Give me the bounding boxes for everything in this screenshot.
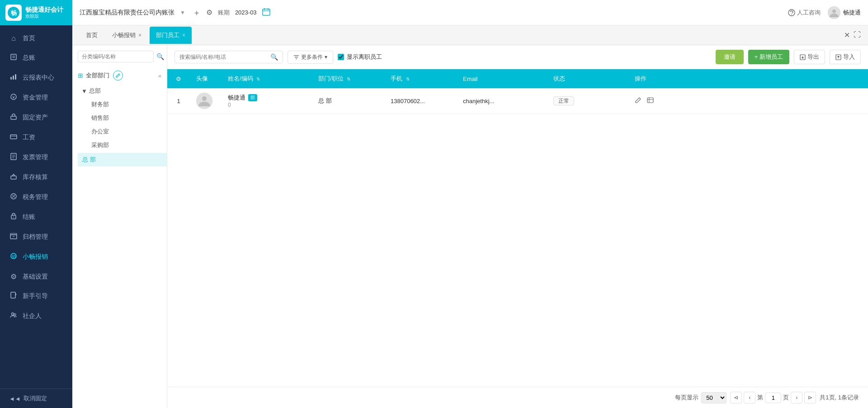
page-number-input[interactable] xyxy=(765,393,781,403)
employee-dept: 总 部 xyxy=(318,97,332,104)
company-settings-icon[interactable]: ⚙ xyxy=(206,8,212,17)
company-dropdown-arrow[interactable]: ▼ xyxy=(180,9,185,16)
sidebar-item-label: 结账 xyxy=(23,213,35,221)
show-resigned-checkbox[interactable] xyxy=(338,54,344,60)
sidebar-item-invoice[interactable]: 发票管理 xyxy=(0,147,72,167)
col-name[interactable]: 姓名/编码 ⇅ xyxy=(222,69,312,88)
main-search-icon[interactable]: 🔍 xyxy=(270,53,278,61)
more-filter-label: 更多条件 xyxy=(301,53,323,61)
export-button[interactable]: 导出 xyxy=(794,50,825,64)
tab-expand-icon[interactable]: ⛶ xyxy=(854,31,861,39)
dept-search-input[interactable] xyxy=(78,51,154,62)
employee-dept-badge: 部 xyxy=(248,94,257,101)
svg-rect-29 xyxy=(11,292,15,298)
dept-child-office[interactable]: 办公室 xyxy=(87,125,167,138)
dept-collapse-icon[interactable]: « xyxy=(158,72,161,79)
sidebar-item-home[interactable]: ⌂ 首页 xyxy=(0,29,72,48)
svg-rect-11 xyxy=(10,135,17,139)
sidebar-item-ledger[interactable]: 总账 xyxy=(0,48,72,68)
col-settings[interactable]: ⚙ xyxy=(167,69,190,88)
svg-rect-10 xyxy=(11,116,16,119)
employee-phone: 138070602... xyxy=(391,98,425,104)
sidebar-item-label: 总账 xyxy=(23,54,35,62)
dept-child-sales[interactable]: 销售部 xyxy=(87,111,167,125)
sidebar-item-reports[interactable]: 云报表中心 xyxy=(0,68,72,88)
svg-rect-7 xyxy=(15,74,16,80)
dept-search-area: 🔍 xyxy=(72,51,167,62)
all-departments[interactable]: ⊞ 全部部门 « xyxy=(72,67,167,84)
col-avatar: 头像 xyxy=(190,69,222,88)
total-records-label: 共1页, 1条记录 xyxy=(820,394,859,402)
tab-home[interactable]: 首页 xyxy=(80,27,104,44)
calendar-icon[interactable] xyxy=(262,8,270,18)
col-phone[interactable]: 手机 ⇅ xyxy=(384,69,457,88)
company-name: 江西服宝精品有限责任公司内账张 xyxy=(80,9,175,17)
employee-name-row: 畅捷通 部 xyxy=(228,94,306,102)
next-page-button[interactable]: › xyxy=(791,392,802,403)
sidebar-item-partner[interactable]: 社企人 xyxy=(0,306,72,326)
main-search-input[interactable] xyxy=(179,54,268,60)
main-area: 江西服宝精品有限责任公司内账张 ▼ ＋ ⚙ 账期 2023-03 人工咨询 畅捷… xyxy=(72,0,868,408)
sidebar-item-tax[interactable]: 税务管理 xyxy=(0,187,72,207)
tab-xiaochang-close[interactable]: × xyxy=(138,32,142,38)
more-filter-button[interactable]: 更多条件 ▾ xyxy=(288,51,333,64)
logo-icon: 畅 xyxy=(5,5,22,21)
tab-xiaochang[interactable]: 小畅报销 × xyxy=(106,27,148,44)
row-phone-cell: 138070602... xyxy=(384,88,457,114)
show-resigned-checkbox-label[interactable]: 显示离职员工 xyxy=(338,53,382,61)
col-actions: 操作 xyxy=(628,69,868,88)
support-button[interactable]: 人工咨询 xyxy=(788,9,821,17)
table-body: 1 畅捷通 部 0 xyxy=(167,88,868,114)
dept-child-headquarters-active[interactable]: 总 部 xyxy=(78,153,167,166)
svg-point-31 xyxy=(14,313,16,315)
add-employee-button[interactable]: + 新增员工 xyxy=(748,50,789,64)
col-email: Email xyxy=(457,69,547,88)
svg-rect-6 xyxy=(13,76,14,80)
toolbar: 🔍 更多条件 ▾ 显示离职员工 邀请 + 新增员工 导出 xyxy=(167,45,868,69)
more-employee-button[interactable] xyxy=(647,97,654,105)
sidebar-item-salary[interactable]: 工资 xyxy=(0,128,72,147)
sidebar-item-close-accounts[interactable]: 结账 xyxy=(0,207,72,227)
row-actions-cell xyxy=(628,88,868,114)
svg-point-20 xyxy=(12,195,13,196)
svg-text:¥: ¥ xyxy=(12,95,15,100)
sidebar-item-inventory[interactable]: 库存核算 xyxy=(0,167,72,187)
dept-child-purchase[interactable]: 采购部 xyxy=(87,138,167,152)
invoice-icon xyxy=(9,153,18,162)
guide-icon xyxy=(9,292,18,301)
tab-dept-employee[interactable]: 部门员工 × xyxy=(150,27,192,44)
user-menu[interactable]: 畅捷通 xyxy=(828,6,861,19)
last-page-button[interactable]: ⊳ xyxy=(804,392,816,403)
dept-child-finance[interactable]: 财务部 xyxy=(87,98,167,111)
dept-tree: ▼ 总部 财务部 销售部 办公室 采购部 总 部 xyxy=(72,84,167,166)
sidebar-item-guide[interactable]: 新手引导 xyxy=(0,286,72,306)
cancel-fixed-button[interactable]: ◄◄ 取消固定 xyxy=(0,389,72,408)
filter-dropdown-icon: ▾ xyxy=(325,54,327,60)
first-page-button[interactable]: ⊲ xyxy=(730,392,742,403)
per-page-select[interactable]: 10 20 50 100 xyxy=(701,392,726,403)
username-label: 畅捷通 xyxy=(843,9,861,17)
salary-icon xyxy=(9,133,18,142)
dept-search-icon[interactable]: 🔍 xyxy=(156,53,164,60)
topbar: 江西服宝精品有限责任公司内账张 ▼ ＋ ⚙ 账期 2023-03 人工咨询 畅捷… xyxy=(72,0,868,25)
sidebar-item-fixed-assets[interactable]: 固定资产 xyxy=(0,108,72,128)
col-dept[interactable]: 部门/职位 ⇅ xyxy=(312,69,384,88)
sidebar-item-funds[interactable]: ¥ 资金管理 xyxy=(0,88,72,108)
tab-close-all-icon[interactable]: ✕ xyxy=(844,31,850,39)
app-edition: 旗舰版 xyxy=(25,13,63,19)
import-button[interactable]: 导入 xyxy=(830,50,861,64)
dept-edit-button[interactable] xyxy=(113,71,123,81)
edit-employee-button[interactable] xyxy=(635,97,642,105)
sidebar-item-settings[interactable]: ⚙ 基础设置 xyxy=(0,267,72,286)
page-navigation: ⊲ ‹ 第 页 › ⊳ xyxy=(730,392,816,403)
tab-dept-employee-close[interactable]: × xyxy=(182,32,185,38)
svg-point-21 xyxy=(14,197,15,198)
sidebar-item-xiaochang[interactable]: 销 小畅报销 xyxy=(0,247,72,267)
sidebar-item-label: 云报表中心 xyxy=(23,74,54,82)
invite-button[interactable]: 邀请 xyxy=(716,50,744,64)
prev-page-button[interactable]: ‹ xyxy=(744,392,755,403)
sidebar-item-label: 发票管理 xyxy=(23,153,48,161)
sidebar-item-archive[interactable]: 归档管理 xyxy=(0,227,72,247)
dept-group-headquarters-name[interactable]: ▼ 总部 xyxy=(78,84,167,98)
add-company-button[interactable]: ＋ xyxy=(193,7,201,18)
